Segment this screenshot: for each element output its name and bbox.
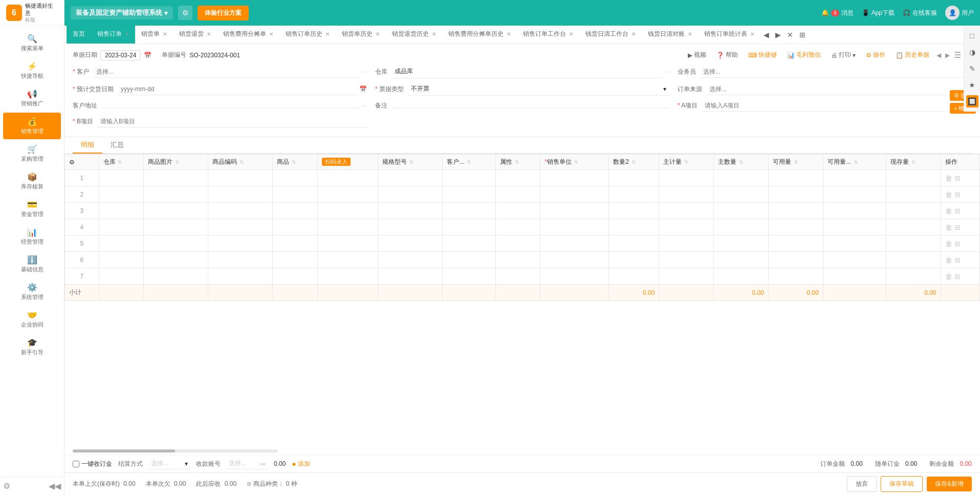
- form-tab-1[interactable]: 汇总: [102, 137, 132, 154]
- rp-icon-1[interactable]: □: [966, 30, 978, 42]
- copy-icon-3[interactable]: ⊞: [954, 223, 961, 231]
- col-header-main_unit[interactable]: 主计量 ⇅: [659, 155, 714, 170]
- tab-close-7[interactable]: ✕: [432, 31, 436, 37]
- discard-button[interactable]: 放弃: [847, 476, 877, 492]
- sidebar-item-0[interactable]: 🔍搜索菜单: [3, 30, 61, 56]
- copy-icon-4[interactable]: ⊞: [954, 240, 961, 248]
- add-button[interactable]: ● 添加: [292, 460, 310, 468]
- online-service-item[interactable]: 🎧 在线客服: [903, 9, 937, 17]
- tab-nav-btn-3[interactable]: ⊞: [796, 31, 809, 39]
- tab-nav-btn-2[interactable]: ✕: [784, 31, 796, 39]
- table-settings-icon[interactable]: ⚙: [69, 159, 75, 166]
- history-button[interactable]: 📋 历史单据: [892, 49, 932, 61]
- col-header-code[interactable]: 商品编码 ⇅: [208, 155, 273, 170]
- customer-input[interactable]: [93, 66, 360, 78]
- sidebar-item-11[interactable]: 🎓新手引导: [3, 334, 61, 360]
- col-header-customer_code[interactable]: 客户... ⇅: [443, 155, 496, 170]
- rp-icon-2[interactable]: ◑: [966, 46, 978, 58]
- delete-icon-4[interactable]: 🗑: [945, 240, 952, 248]
- app-download-item[interactable]: 📱 App下载: [862, 9, 895, 17]
- rp-icon-5[interactable]: 🔲: [966, 95, 978, 107]
- copy-icon-5[interactable]: ⊞: [954, 256, 961, 264]
- date-input[interactable]: 2023-03-24: [100, 50, 141, 60]
- tab-close-3[interactable]: ✕: [207, 31, 211, 37]
- address-expand-icon[interactable]: ···: [362, 102, 367, 110]
- operation-button[interactable]: ⚙ 操作: [863, 49, 888, 61]
- view-button[interactable]: ▶ 视频: [685, 49, 709, 61]
- tab-item-4[interactable]: 销售费用分摊单✕: [217, 26, 279, 44]
- one-click-label[interactable]: 一键收订金: [73, 460, 112, 468]
- remark-input[interactable]: [391, 103, 669, 108]
- col-header-sales_unit[interactable]: *销售单位 ⇅: [540, 155, 609, 170]
- calendar-icon[interactable]: 📅: [144, 52, 151, 59]
- sidebar-item-2[interactable]: 📢营销推广: [3, 85, 61, 112]
- col-header-main_qty[interactable]: 主数量 ⇅: [714, 155, 769, 170]
- tab-close-8[interactable]: ✕: [507, 31, 511, 37]
- header-settings-button[interactable]: ⚙: [178, 6, 192, 20]
- notification-item[interactable]: 🔔 9 消息: [821, 9, 854, 17]
- list-view-icon[interactable]: ☰: [954, 50, 961, 60]
- help-button[interactable]: ❓ 帮助: [713, 49, 741, 61]
- prev-nav-icon[interactable]: ◀: [937, 52, 941, 59]
- industry-solution-button[interactable]: 体验行业方案: [198, 6, 249, 20]
- tab-item-11[interactable]: 钱货日清对账✕: [642, 26, 698, 44]
- rp-icon-4[interactable]: ★: [966, 79, 978, 91]
- col-header-attribute[interactable]: 属性 ⇅: [496, 155, 540, 170]
- user-item[interactable]: 👤 用户: [945, 6, 974, 20]
- tab-item-0[interactable]: 首页: [67, 26, 91, 44]
- save-new-button[interactable]: 保存&新增: [927, 477, 972, 491]
- sidebar-item-7[interactable]: 📊经营管理: [3, 223, 61, 250]
- col-header-spec[interactable]: 规格型号 ⇅: [378, 155, 443, 170]
- delete-icon-0[interactable]: 🗑: [945, 174, 952, 182]
- sidebar-item-3[interactable]: 💰销售管理: [3, 113, 61, 139]
- sidebar-item-5[interactable]: 📦库存核算: [3, 168, 61, 195]
- address-input[interactable]: [101, 103, 360, 108]
- sidebar-item-9[interactable]: ⚙️系统管理: [3, 278, 61, 305]
- col-header-image[interactable]: 商品图片 ⇅: [143, 155, 208, 170]
- tab-item-2[interactable]: 销货单✕: [135, 26, 173, 44]
- invoice-select[interactable]: 不开票 ▾: [408, 82, 669, 96]
- sidebar-item-4[interactable]: 🛒采购管理: [3, 140, 61, 167]
- col-header-name[interactable]: 商品 ⇅: [273, 155, 317, 170]
- print-button[interactable]: 🖨 打印 ▾: [828, 49, 859, 61]
- sidebar-item-6[interactable]: 💳资金管理: [3, 196, 61, 222]
- staff-input[interactable]: [700, 66, 965, 78]
- system-name[interactable]: 装备及固定资产辅助管理系统 ▾: [71, 6, 173, 19]
- tab-close-4[interactable]: ✕: [269, 31, 273, 37]
- order-source-input[interactable]: [706, 83, 965, 95]
- rp-icon-3[interactable]: ✎: [966, 62, 978, 75]
- tab-item-9[interactable]: 销售订单工作台✕: [517, 26, 579, 44]
- sidebar-item-8[interactable]: ℹ️基础信息: [3, 251, 61, 277]
- sidebar-collapse-icon[interactable]: ◀◀: [49, 481, 61, 491]
- payment-method-select[interactable]: 选择... ▾: [149, 458, 190, 469]
- tab-item-8[interactable]: 销售费用分摊单历史✕: [442, 26, 517, 44]
- tab-item-12[interactable]: 销售订单统计表✕: [698, 26, 760, 44]
- tab-close-11[interactable]: ✕: [688, 31, 692, 37]
- delete-icon-5[interactable]: 🗑: [945, 256, 952, 264]
- customer-expand-icon[interactable]: ···: [362, 68, 367, 75]
- tab-item-1[interactable]: 销售订单✕: [91, 26, 135, 44]
- tab-item-7[interactable]: 销货退货历史✕: [386, 26, 442, 44]
- delete-icon-2[interactable]: 🗑: [945, 207, 952, 215]
- tab-close-2[interactable]: ✕: [163, 31, 167, 37]
- shortcut-button[interactable]: ⌨ 快捷键: [745, 49, 780, 61]
- delivery-date-input[interactable]: [118, 83, 359, 95]
- tab-close-12[interactable]: ✕: [750, 31, 754, 37]
- tab-close-9[interactable]: ✕: [569, 31, 573, 37]
- copy-icon-2[interactable]: ⊞: [954, 207, 961, 215]
- col-header-warehouse[interactable]: 仓库 ⇅: [99, 155, 143, 170]
- sidebar-item-10[interactable]: 🤝企业协同: [3, 306, 61, 333]
- one-click-checkbox[interactable]: [73, 461, 79, 467]
- profit-button[interactable]: 📊 毛利预估: [784, 49, 824, 61]
- warehouse-expand-icon[interactable]: ···: [664, 68, 669, 75]
- copy-icon-0[interactable]: ⊞: [954, 174, 961, 182]
- col-header-available[interactable]: 可用量 ⇅: [768, 155, 823, 170]
- save-draft-button[interactable]: 保存草稿: [881, 476, 923, 492]
- tab-nav-btn-0[interactable]: ◀: [760, 31, 772, 39]
- date-calendar-icon[interactable]: 📅: [359, 85, 367, 93]
- copy-icon-6[interactable]: ⊞: [954, 272, 961, 281]
- tab-close-1[interactable]: ✕: [125, 31, 129, 37]
- copy-icon-1[interactable]: ⊞: [954, 190, 961, 199]
- account-select[interactable]: 选择... ···: [227, 458, 268, 469]
- warehouse-value[interactable]: 成品库: [391, 65, 662, 78]
